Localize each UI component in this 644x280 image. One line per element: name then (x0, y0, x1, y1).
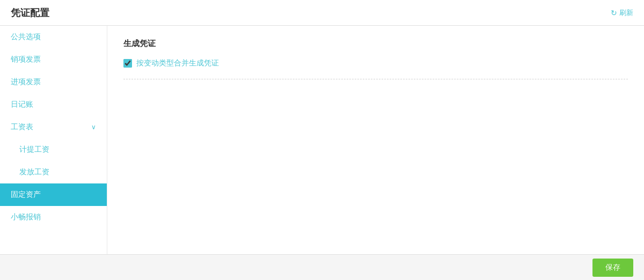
sidebar-item-payroll-calc[interactable]: 计提工资 (0, 138, 107, 161)
page-wrapper: 凭证配置 ↻ 刷新 公共选项销项发票进项发票日记账工资表∨计提工资发放工资固定资… (0, 0, 644, 280)
sidebar-label-journal: 日记账 (11, 100, 33, 109)
save-button[interactable]: 保存 (592, 259, 633, 277)
sidebar-label-expense-report: 小畅报销 (11, 212, 41, 222)
refresh-label: 刷新 (619, 8, 633, 18)
checkbox-wrapper: 按变动类型合并生成凭证 (123, 58, 219, 68)
sidebar-item-payroll-table[interactable]: 工资表∨ (0, 116, 107, 138)
form-group: 按变动类型合并生成凭证 (123, 58, 628, 68)
refresh-button[interactable]: ↻ 刷新 (611, 8, 633, 18)
merge-checkbox[interactable] (123, 59, 132, 68)
footer: 保存 (0, 254, 644, 280)
body: 公共选项销项发票进项发票日记账工资表∨计提工资发放工资固定资产小畅报销 生成凭证… (0, 26, 644, 254)
sidebar-label-payroll-calc: 计提工资 (19, 145, 49, 154)
sidebar-item-public-options[interactable]: 公共选项 (0, 26, 107, 48)
sidebar-label-fixed-assets: 固定资产 (11, 190, 41, 200)
sidebar-label-payroll-pay: 发放工资 (19, 167, 49, 177)
header: 凭证配置 ↻ 刷新 (0, 0, 644, 26)
sidebar-label-payroll-table: 工资表 (11, 122, 33, 132)
sidebar-item-sales-invoice[interactable]: 销项发票 (0, 48, 107, 71)
sidebar-label-purchase-invoice: 进项发票 (11, 77, 41, 87)
sidebar-item-payroll-pay[interactable]: 发放工资 (0, 161, 107, 183)
sidebar: 公共选项销项发票进项发票日记账工资表∨计提工资发放工资固定资产小畅报销 (0, 26, 107, 254)
sidebar-label-public-options: 公共选项 (11, 32, 41, 42)
sidebar-item-journal[interactable]: 日记账 (0, 93, 107, 116)
section-title: 生成凭证 (123, 39, 628, 49)
main-content: 生成凭证 按变动类型合并生成凭证 (107, 26, 644, 254)
refresh-icon: ↻ (611, 9, 617, 17)
sidebar-item-expense-report[interactable]: 小畅报销 (0, 206, 107, 229)
sidebar-label-sales-invoice: 销项发票 (11, 55, 41, 64)
divider (123, 79, 628, 79)
merge-checkbox-label[interactable]: 按变动类型合并生成凭证 (136, 58, 219, 68)
page-title: 凭证配置 (11, 6, 49, 19)
sidebar-item-fixed-assets[interactable]: 固定资产 (0, 183, 107, 206)
sidebar-item-purchase-invoice[interactable]: 进项发票 (0, 71, 107, 93)
chevron-down-icon: ∨ (91, 123, 96, 131)
